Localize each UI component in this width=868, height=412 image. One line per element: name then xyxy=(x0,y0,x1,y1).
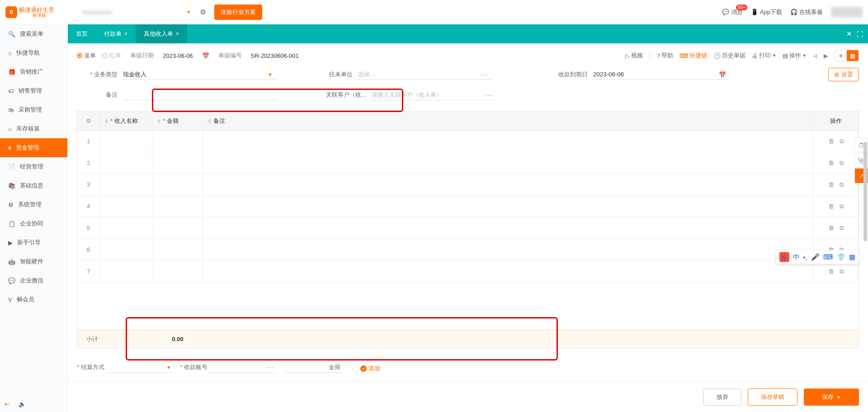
save-draft-button[interactable]: 保存草稿 xyxy=(748,389,797,406)
settle-acct-input[interactable] xyxy=(210,362,276,373)
copy-icon[interactable]: ⧉ xyxy=(840,181,844,188)
cell-name[interactable] xyxy=(100,152,152,173)
cell-amount[interactable] xyxy=(152,196,203,217)
copy-icon[interactable]: ⧉ xyxy=(840,268,844,275)
more-icon[interactable]: ··· xyxy=(486,92,493,98)
save-button[interactable]: 保存▼ xyxy=(804,389,859,406)
prev-icon[interactable]: ◀ xyxy=(813,52,817,59)
table-row[interactable]: 7🗑⧉ xyxy=(77,261,859,282)
sidebar-item-9[interactable]: ⚙系统管理 xyxy=(0,195,67,214)
view-list-icon[interactable]: ≡ xyxy=(835,50,847,61)
cell-amount[interactable] xyxy=(152,152,203,173)
col-amount[interactable]: ▲▼金额 xyxy=(152,112,203,130)
cell-remark[interactable] xyxy=(203,152,813,173)
cell-amount[interactable] xyxy=(152,217,203,239)
tab-fullscreen-icon[interactable]: ⛶ xyxy=(857,30,863,38)
table-row[interactable]: 3🗑⧉ xyxy=(77,174,859,196)
experience-button[interactable]: 体验行业方案 xyxy=(214,5,262,20)
settle-method-input[interactable] xyxy=(107,362,173,373)
cell-amount[interactable] xyxy=(152,131,203,152)
cell-name[interactable] xyxy=(100,196,152,217)
cell-amount[interactable] xyxy=(152,239,203,260)
ime-toolbar[interactable]: S 中 •, 🎤 ⌨ 👕 ▦ xyxy=(776,250,859,264)
close-icon[interactable]: × xyxy=(176,31,179,37)
chevron-down-icon[interactable]: ▼ xyxy=(166,365,171,370)
help-button[interactable]: ?帮助 xyxy=(657,52,673,60)
cell-remark[interactable] xyxy=(203,217,813,239)
messages-button[interactable]: 💬 消息 99+ xyxy=(722,8,743,16)
col-settings-icon[interactable]: ⚙ xyxy=(77,112,100,130)
ime-lang[interactable]: 中 xyxy=(793,253,800,262)
cell-remark[interactable] xyxy=(203,261,813,282)
sidebar-item-4[interactable]: 🛍采购管理 xyxy=(0,100,67,119)
sidebar-item-1[interactable]: ⌂快捷导航 xyxy=(0,43,67,62)
sidebar-item-10[interactable]: 📋企业协同 xyxy=(0,214,67,233)
cell-name[interactable] xyxy=(100,131,152,152)
cell-remark[interactable] xyxy=(203,239,813,260)
ime-grid-icon[interactable]: ▦ xyxy=(849,253,855,261)
delete-icon[interactable]: 🗑 xyxy=(828,138,834,145)
close-icon[interactable]: × xyxy=(124,31,127,37)
tab-2[interactable]: 其他收入单× xyxy=(136,24,187,43)
ops-button[interactable]: ▤操作▼ xyxy=(783,52,807,60)
tab-0[interactable]: 首页 xyxy=(68,24,96,43)
sidebar-item-0[interactable]: 🔍搜索菜单 xyxy=(0,24,67,43)
video-button[interactable]: ▷视频 xyxy=(625,52,643,60)
assoc-input[interactable] xyxy=(371,89,497,100)
copy-icon[interactable]: ⧉ xyxy=(840,203,844,210)
online-support-button[interactable]: 🎧 在线客服 xyxy=(790,8,823,16)
shortcut-button[interactable]: ⌨快捷键 xyxy=(679,52,707,60)
sidebar-item-8[interactable]: 📚基础信息 xyxy=(0,176,67,195)
cell-name[interactable] xyxy=(100,217,152,239)
cell-name[interactable] xyxy=(100,261,152,282)
calendar-icon[interactable]: 📅 xyxy=(202,52,209,59)
sidebar-item-6[interactable]: ¥资金管理 xyxy=(0,138,67,157)
copy-icon[interactable]: ⧉ xyxy=(840,225,844,232)
history-button[interactable]: 🕑历史单据 xyxy=(713,52,745,60)
date-value[interactable]: 2023-06-06 xyxy=(163,52,193,59)
cell-remark[interactable] xyxy=(203,131,813,152)
app-download-button[interactable]: 📱 App下载 xyxy=(751,8,782,16)
due-input[interactable] xyxy=(592,69,728,80)
sidebar-item-3[interactable]: 🏷销售管理 xyxy=(0,81,67,100)
tab-close-icon[interactable]: ✕ xyxy=(846,30,852,38)
table-row[interactable]: 6🗑⧉ xyxy=(77,239,859,261)
party-input[interactable] xyxy=(357,69,493,80)
sidebar-item-7[interactable]: 📄经营管理 xyxy=(0,157,67,176)
ime-skin-icon[interactable]: 👕 xyxy=(837,253,845,261)
sidebar-item-14[interactable]: V畅会员 xyxy=(0,290,67,309)
col-remark[interactable]: ▲▼备注 xyxy=(203,112,813,130)
copy-icon[interactable]: ⧉ xyxy=(840,159,844,167)
sidebar-item-2[interactable]: 🎁营销推广 xyxy=(0,62,67,81)
chevron-down-icon[interactable]: ▼ xyxy=(268,72,273,77)
table-row[interactable]: 2🗑⧉ xyxy=(77,152,859,174)
sidebar-item-11[interactable]: ▶新手引导 xyxy=(0,233,67,252)
settle-amount-input[interactable] xyxy=(283,362,342,373)
ime-mic-icon[interactable]: 🎤 xyxy=(811,253,820,261)
sidebar-sound-icon[interactable]: 🔈 xyxy=(19,401,26,407)
print-button[interactable]: 🖨打印▼ xyxy=(752,52,776,60)
more-icon[interactable]: ··· xyxy=(267,364,274,371)
cell-amount[interactable] xyxy=(152,261,203,282)
ime-keyboard-icon[interactable]: ⌨ xyxy=(823,253,833,261)
sidebar-collapse-icon[interactable]: ⇤ xyxy=(5,401,9,407)
cell-amount[interactable] xyxy=(152,174,203,195)
delete-icon[interactable]: 🗑 xyxy=(828,203,834,210)
radio-blue[interactable]: 蓝单 xyxy=(77,52,96,60)
remark-input[interactable] xyxy=(122,89,276,100)
delete-icon[interactable]: 🗑 xyxy=(828,181,834,188)
delete-icon[interactable]: 🗑 xyxy=(828,268,834,275)
delete-icon[interactable]: 🗑 xyxy=(828,159,834,166)
delete-icon[interactable]: 🗑 xyxy=(828,225,834,231)
company-selector[interactable]: xxxxxxxxxx xyxy=(82,9,173,15)
next-icon[interactable]: ▶ xyxy=(824,52,828,59)
radio-red[interactable]: 红单 xyxy=(102,52,121,60)
tab-1[interactable]: 付款单× xyxy=(96,24,136,43)
ime-dot-icon[interactable]: •, xyxy=(803,253,807,261)
view-card-icon[interactable]: ▦ xyxy=(847,50,859,61)
settings-button[interactable]: ⚙设置 xyxy=(828,68,859,81)
table-row[interactable]: 5🗑⧉ xyxy=(77,217,859,239)
add-settlement-button[interactable]: + 添加 xyxy=(360,365,380,373)
user-avatar[interactable] xyxy=(831,7,863,18)
cell-name[interactable] xyxy=(100,174,152,195)
